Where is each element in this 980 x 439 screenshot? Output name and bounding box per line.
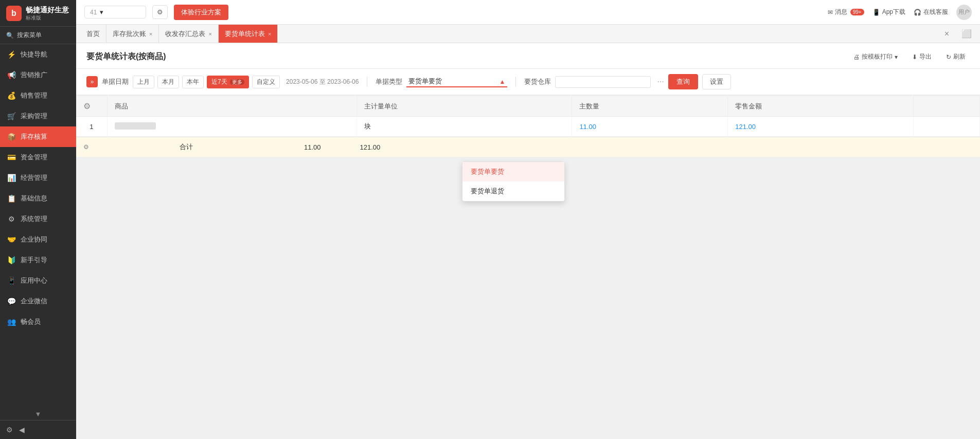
cell-unit: 块: [357, 117, 572, 137]
cell-quantity: 11.00: [572, 117, 728, 137]
inventory-icon: 📦: [6, 132, 16, 142]
sidebar-item-sales[interactable]: 💰 销售管理: [0, 85, 76, 106]
tab-close-inventory-batch[interactable]: ×: [149, 31, 152, 37]
main-content: 41 ▾ ⚙ 体验行业方案 ✉ 消息 99+ 📱 App下载 🎧 在线客服 用户: [76, 0, 980, 439]
system-icon: ⚙: [6, 214, 16, 224]
last-7-days-btn[interactable]: 近7天 更多: [207, 76, 249, 88]
settings-button[interactable]: 设置: [702, 74, 731, 89]
app-logo: b 畅捷通好生意 标准版: [0, 0, 76, 27]
refresh-button[interactable]: ↻ 刷新: [942, 50, 970, 63]
industry-solution-button[interactable]: 体验行业方案: [174, 5, 228, 20]
sidebar-item-purchase[interactable]: 🛒 采购管理: [0, 106, 76, 126]
export-button[interactable]: ⬇ 导出: [908, 50, 936, 63]
sidebar-item-app-center[interactable]: 📱 应用中心: [0, 270, 76, 291]
custom-date-btn[interactable]: 自定义: [252, 76, 280, 88]
sidebar-footer: ⚙ ◀: [0, 420, 76, 439]
guide-icon: 🔰: [6, 255, 16, 265]
footer-total-label: 合计: [180, 142, 193, 152]
sidebar-item-enterprise[interactable]: 🤝 企业协同: [0, 229, 76, 250]
finance-icon: 💳: [6, 152, 16, 162]
members-icon: 👥: [6, 317, 16, 327]
sidebar-item-base-info[interactable]: 📋 基础信息: [0, 188, 76, 209]
this-month-btn[interactable]: 本月: [157, 76, 179, 88]
message-icon: ✉: [828, 9, 833, 16]
col-goods: 商品: [107, 96, 357, 117]
last-month-btn[interactable]: 上月: [133, 76, 154, 88]
sidebar: b 畅捷通好生意 标准版 🔍 搜索菜单 ⚡ 快捷导航 📢 营销推广 💰 销售管理…: [0, 0, 76, 439]
app-download-button[interactable]: 📱 App下载: [872, 8, 905, 16]
tabs-right-controls: × ⬜: [940, 27, 976, 41]
tab-home[interactable]: 首页: [80, 25, 106, 43]
header-left: 41 ▾ ⚙ 体验行业方案: [84, 5, 228, 20]
table-settings-icon[interactable]: ⚙: [83, 102, 91, 111]
query-button[interactable]: 查询: [668, 74, 698, 89]
tab-restore-btn[interactable]: ⬜: [957, 27, 976, 41]
sidebar-item-quick-nav[interactable]: ⚡ 快捷导航: [0, 44, 76, 65]
cell-extra: [913, 117, 979, 137]
dropdown-item-order-return[interactable]: 要货单退货: [462, 181, 564, 201]
col-index: ⚙: [76, 96, 107, 117]
table-footer: ⚙ 合计 11.00 121.00: [76, 137, 980, 157]
tab-close-receipt-summary[interactable]: ×: [208, 31, 211, 37]
service-icon: 🎧: [914, 9, 921, 16]
print-chevron-icon: ▾: [895, 53, 898, 61]
footer-sale-amount: 121.00: [360, 143, 381, 151]
export-icon: ⬇: [912, 53, 917, 61]
store-selector[interactable]: 41 ▾: [84, 6, 146, 19]
tab-order-stats[interactable]: 要货单统计表 ×: [219, 25, 278, 43]
messages-button[interactable]: ✉ 消息 99+: [828, 8, 864, 16]
quantity-link[interactable]: 11.00: [579, 123, 596, 131]
sidebar-item-finance[interactable]: 💳 资金管理: [0, 147, 76, 168]
sidebar-item-operations[interactable]: 📊 经营管理: [0, 168, 76, 188]
sidebar-item-members[interactable]: 👥 畅会员: [0, 312, 76, 332]
sidebar-item-system[interactable]: ⚙ 系统管理: [0, 209, 76, 229]
sale-amount-link[interactable]: 121.00: [735, 123, 756, 131]
warehouse-input[interactable]: [555, 76, 651, 88]
footer-settings-icon: ⚙: [83, 143, 89, 151]
filter-more-button[interactable]: ···: [657, 77, 664, 86]
page-title: 要货单统计表(按商品): [86, 51, 166, 62]
quick-nav-icon: ⚡: [6, 49, 16, 60]
filter-divider: [367, 77, 367, 87]
sidebar-collapse-btn[interactable]: ◀: [19, 426, 25, 434]
sidebar-item-marketing[interactable]: 📢 营销推广: [0, 65, 76, 85]
dropdown-item-order-goods[interactable]: 要货单要货: [462, 162, 564, 181]
sidebar-settings-btn[interactable]: ⚙: [6, 426, 13, 434]
type-select-input[interactable]: [406, 77, 507, 87]
avatar[interactable]: 用户: [956, 5, 972, 20]
table-row: 1 块 11.00 121.00: [76, 117, 980, 137]
print-icon: 🖨: [853, 53, 860, 61]
tab-close-window-btn[interactable]: ×: [940, 27, 953, 41]
app-header: 41 ▾ ⚙ 体验行业方案 ✉ 消息 99+ 📱 App下载 🎧 在线客服 用户: [76, 0, 980, 25]
data-table-container: ⚙ 商品 主计量单位 主数量 零售金额 1 块: [76, 96, 980, 137]
enterprise-icon: 🤝: [6, 234, 16, 245]
tabs-bar: 首页 库存批次账 × 收发存汇总表 × 要货单统计表 × × ⬜: [76, 25, 980, 43]
download-icon: 📱: [872, 9, 880, 16]
table-header-row: ⚙ 商品 主计量单位 主数量 零售金额: [76, 96, 980, 117]
col-quantity: 主数量: [572, 96, 728, 117]
blurred-goods-name: [115, 122, 156, 130]
base-info-icon: 📋: [6, 193, 16, 204]
sidebar-item-guide[interactable]: 🔰 新手引导: [0, 250, 76, 270]
filter-expand-button[interactable]: »: [86, 76, 98, 87]
app-center-icon: 📱: [6, 276, 16, 286]
scroll-down-arrow[interactable]: ▼: [0, 408, 76, 420]
marketing-icon: 📢: [6, 70, 16, 80]
page-actions: 🖨 按模板打印 ▾ ⬇ 导出 ↻ 刷新: [849, 50, 970, 63]
print-template-button[interactable]: 🖨 按模板打印 ▾: [849, 50, 902, 63]
sidebar-search[interactable]: 🔍 搜索菜单: [0, 27, 76, 44]
col-unit: 主计量单位: [357, 96, 572, 117]
header-settings-button[interactable]: ⚙: [152, 5, 168, 19]
tab-close-order-stats[interactable]: ×: [268, 31, 271, 37]
sidebar-item-wechat[interactable]: 💬 企业微信: [0, 291, 76, 312]
this-year-btn[interactable]: 本年: [182, 76, 204, 88]
cell-sale-amount: 121.00: [728, 117, 914, 137]
online-service-button[interactable]: 🎧 在线客服: [914, 8, 948, 16]
search-icon: 🔍: [6, 32, 14, 39]
chevron-down-icon: ▾: [100, 8, 103, 16]
tab-inventory-batch[interactable]: 库存批次账 ×: [106, 25, 159, 43]
sidebar-item-inventory[interactable]: 📦 库存核算: [0, 126, 76, 147]
tab-receipt-summary[interactable]: 收发存汇总表 ×: [159, 25, 218, 43]
col-sale-amount: 零售金额: [728, 96, 914, 117]
operations-icon: 📊: [6, 173, 16, 183]
